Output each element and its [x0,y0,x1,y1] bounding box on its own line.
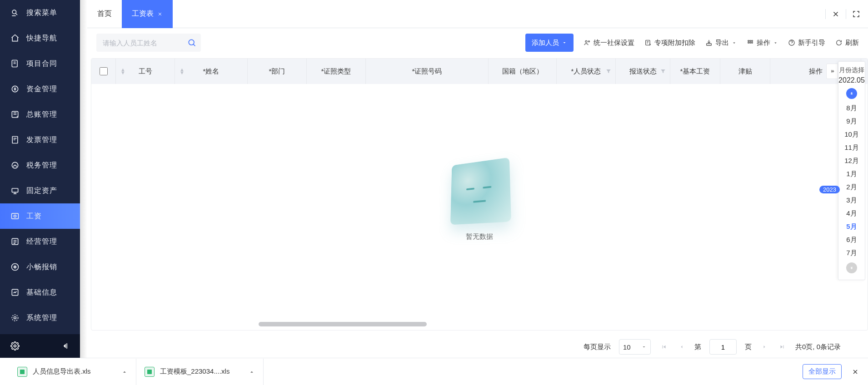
download-item-1[interactable]: 工资模板_223034....xls [136,359,264,385]
toolbar-link-3[interactable]: 操作 [747,39,778,47]
first-page-icon[interactable] [659,342,669,352]
prev-page-icon[interactable] [677,342,686,351]
month-scroll-up-icon[interactable] [846,88,857,99]
close-tab-icon[interactable] [828,6,844,22]
month-item-8[interactable]: 4月 [844,207,859,220]
month-item-10[interactable]: 6月 [844,233,859,247]
sidebar-item-9[interactable]: 经营管理 [0,229,80,254]
chevron-up-icon[interactable] [121,369,128,375]
toolbar-link-5[interactable]: 刷新 [835,39,859,47]
settings-icon[interactable] [10,341,20,351]
collapse-sidebar-icon[interactable] [60,341,70,351]
svg-rect-6 [12,188,18,192]
month-item-5[interactable]: 1月 [844,168,859,181]
filter-icon[interactable] [605,68,612,74]
tax-icon [10,160,20,170]
page-size-select[interactable]: 10 [619,339,651,355]
list-arrow-icon [644,39,652,46]
sidebar-item-1[interactable]: 快捷导航 [0,25,80,51]
sidebar-item-0[interactable]: 搜索菜单 [0,0,80,25]
horizontal-scrollbar[interactable] [259,322,427,326]
search-icon[interactable] [187,38,196,47]
table-wrap: ▲▼工号▲▼*姓名*部门*证照类型*证照号码国籍（地区）*人员状态报送状态*基本… [91,58,868,331]
month-item-0[interactable]: 8月 [844,102,859,115]
sidebar-item-5[interactable]: 发票管理 [0,127,80,153]
column-7[interactable]: *人员状态 [557,59,616,84]
sort-icon[interactable]: ▲▼ [120,68,125,74]
next-page-icon[interactable] [760,342,769,351]
sub-col-0: *基本工资 [670,59,720,84]
toolbar-right: 添加人员统一社保设置专项附加扣除导出操作新手引导刷新 [525,34,859,52]
column-4: *证照类型 [307,59,366,84]
column-label: *证照类型 [321,67,351,76]
asset-icon [10,186,20,196]
column-2[interactable]: ▲▼*姓名 [175,59,248,84]
toolbar-link-2[interactable]: 导出 [705,39,737,47]
sidebar-label: 经营管理 [26,237,57,247]
toolbar-link-0[interactable]: 统一社保设置 [584,39,634,47]
toolbar-link-1[interactable]: 专项附加扣除 [644,39,695,47]
add-person-button[interactable]: 添加人员 [525,34,574,52]
sidebar-item-6[interactable]: 税务管理 [0,153,80,178]
show-all-downloads[interactable]: 全部显示 [803,364,842,379]
doc-coin-icon [10,59,20,69]
toolbar-link-label: 刷新 [845,39,859,47]
tab-1[interactable]: 工资表 [122,0,173,28]
pagination: 每页显示 10 第 页 共0页, 0条记录 [91,336,841,358]
sidebar-item-8[interactable]: 工资 [0,203,80,229]
month-item-4[interactable]: 12月 [844,154,859,168]
sidebar-item-3[interactable]: 资金管理 [0,76,80,102]
close-downloads-icon[interactable] [852,368,859,375]
sort-icon[interactable]: ▲▼ [180,68,185,74]
divider [825,9,826,19]
column-label: *证照号码 [412,67,442,76]
last-page-icon[interactable] [777,342,787,352]
sidebar-label: 税务管理 [26,161,57,170]
info-icon [10,287,20,297]
filter-icon[interactable] [660,68,666,74]
svg-point-8 [14,215,16,217]
tab-0[interactable]: 首页 [87,0,122,28]
add-person-label: 添加人员 [532,39,559,47]
sidebar-footer [0,334,80,358]
month-item-6[interactable]: 2月 [844,181,859,194]
sidebar-label: 总账管理 [26,110,57,119]
toolbar-link-4[interactable]: 新手引导 [788,39,825,47]
sidebar-item-11[interactable]: 基础信息 [0,280,80,305]
month-scroll-down-icon[interactable] [846,262,857,273]
month-item-11[interactable]: 7月 [844,247,859,260]
month-item-2[interactable]: 10月 [844,128,859,141]
month-item-1[interactable]: 9月 [844,115,859,128]
download-item-0[interactable]: 人员信息导出表.xls [9,359,136,385]
month-item-7[interactable]: 3月 [844,194,859,207]
sidebar-item-4[interactable]: 总账管理 [0,102,80,127]
month-item-9[interactable]: 5月 [844,220,859,233]
sidebar-item-2[interactable]: 项目合同 [0,51,80,76]
mgmt-icon [10,237,20,247]
fullscreen-icon[interactable] [848,6,864,22]
column-8[interactable]: 报送状态 [616,59,670,84]
month-current: 2022.05 [838,75,865,85]
xls-icon [145,367,155,377]
sidebar-item-10[interactable]: 小畅报销 [0,254,80,280]
svg-point-23 [752,40,753,42]
sidebar-item-12[interactable]: 系统管理 [0,305,80,331]
column-0[interactable] [91,59,116,84]
svg-point-24 [748,42,749,44]
sidebar-item-7[interactable]: 固定资产 [0,178,80,203]
search-input[interactable] [96,34,201,52]
collapse-month-panel-icon[interactable] [826,64,838,79]
column-1[interactable]: ▲▼工号 [116,59,175,84]
user-gear-icon [584,39,591,46]
page-input[interactable] [709,339,737,355]
month-item-3[interactable]: 11月 [844,141,859,154]
page-suffix: 页 [745,343,752,351]
tab-close-icon[interactable] [157,11,163,17]
tab-label: 首页 [97,9,112,19]
select-all-checkbox[interactable] [100,67,108,75]
svg-point-18 [589,41,590,42]
chevron-up-icon[interactable] [249,369,255,375]
search-list-icon [10,8,20,18]
svg-point-13 [14,317,16,319]
svg-point-17 [585,40,587,42]
